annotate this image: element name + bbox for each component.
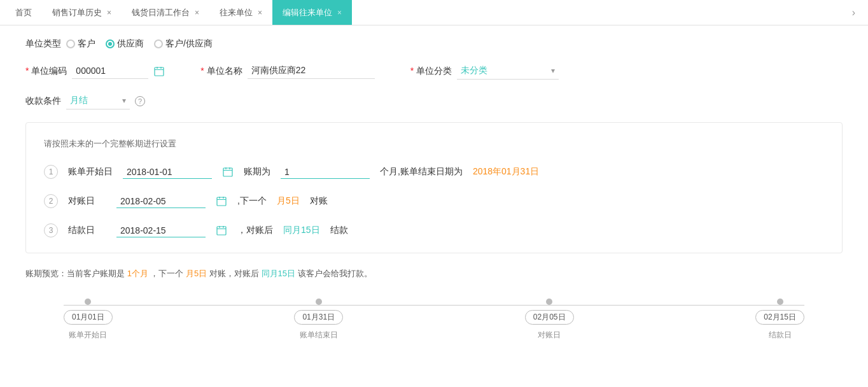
step-row-2: 2 对账日 ,下一个 月5日 对账 xyxy=(44,194,824,208)
unit-name-label: 单位名称 xyxy=(200,66,242,77)
timeline-badge-1: 01月01日 xyxy=(64,310,113,325)
svg-rect-8 xyxy=(217,197,226,206)
step-date-1[interactable] xyxy=(123,165,212,179)
svg-rect-4 xyxy=(223,168,232,176)
step-date-2[interactable] xyxy=(116,195,206,208)
unit-category-group: 单位分类 未分类 ▾ xyxy=(410,62,559,80)
step-row-1: 1 账单开始日 账期为 个月,账单结束日期为 2018年01月31日 xyxy=(44,165,824,179)
payment-terms-label: 收款条件 xyxy=(25,95,61,107)
timeline-point-4: 02月15日 结款日 xyxy=(755,299,804,341)
svg-rect-0 xyxy=(155,67,164,76)
unit-code-icon[interactable] xyxy=(153,66,165,77)
step-end-date-1: 2018年01月31日 xyxy=(473,166,539,178)
svg-rect-12 xyxy=(217,227,226,235)
unit-name-group: 单位名称 xyxy=(200,63,374,79)
close-edit-partner[interactable]: × xyxy=(337,9,342,17)
step-suffix-3: 结款 xyxy=(330,225,348,236)
timeline-line xyxy=(64,305,804,306)
step-num-1: 1 xyxy=(44,165,58,179)
tab-home[interactable]: 首页 xyxy=(5,0,42,25)
radio-supplier[interactable]: 供应商 xyxy=(106,38,144,50)
unit-code-group: 单位编码 xyxy=(25,63,165,79)
step-cal-icon-2[interactable] xyxy=(216,195,227,207)
step-date-3[interactable] xyxy=(116,224,206,237)
timeline-label-3: 对账日 xyxy=(538,330,561,341)
timeline-point-3: 02月05日 对账日 xyxy=(525,299,574,341)
tab-more-button[interactable]: › xyxy=(844,7,863,18)
unit-category-value: 未分类 xyxy=(461,65,549,76)
timeline-dot-3 xyxy=(546,299,552,305)
timeline-badge-4: 02月15日 xyxy=(755,310,804,325)
step-num-3: 3 xyxy=(44,223,58,237)
close-cash-work[interactable]: × xyxy=(195,9,199,17)
unit-category-arrow: ▾ xyxy=(551,66,555,75)
preview-highlight-3: 同月15日 xyxy=(262,269,295,278)
timeline-label-1: 账单开始日 xyxy=(69,330,107,341)
main-content: 单位类型 客户 供应商 客户/供应商 单位编码 xyxy=(0,25,868,387)
preview-highlight-1: 1个月 xyxy=(127,269,148,278)
preview-text: 账期预览：当前客户账期是 1个月 ，下一个 月5日 对账，对账后 同月15日 该… xyxy=(25,266,843,281)
unit-category-label: 单位分类 xyxy=(410,66,452,77)
radio-customer[interactable]: 客户 xyxy=(66,38,95,50)
timeline-badge-2: 01月31日 xyxy=(294,310,343,325)
payment-terms-arrow: ▾ xyxy=(122,96,126,105)
tab-edit-partner[interactable]: 编辑往来单位 × xyxy=(272,0,352,25)
close-partner[interactable]: × xyxy=(258,9,262,17)
step-suffix-1: 个月,账单结束日期为 xyxy=(380,166,463,178)
payment-terms-select[interactable]: 月结 ▾ xyxy=(66,92,130,109)
payment-terms-value: 月结 xyxy=(70,95,120,106)
radio-circle-customer xyxy=(66,39,75,48)
radio-customer-supplier[interactable]: 客户/供应商 xyxy=(154,38,213,50)
step-middle-1: 账期为 xyxy=(244,166,270,178)
step-label-3: 结款日 xyxy=(68,225,106,236)
timeline-label-2: 账单结束日 xyxy=(300,330,338,341)
payment-terms-row: 收款条件 月结 ▾ ? xyxy=(25,92,843,109)
timeline-dot-4 xyxy=(777,299,783,305)
timeline-dot-1 xyxy=(85,299,91,305)
step-period-input[interactable] xyxy=(281,165,370,179)
timeline-dot-2 xyxy=(316,299,322,305)
timeline-label-4: 结款日 xyxy=(769,330,792,341)
payment-terms-group: 收款条件 月结 ▾ ? xyxy=(25,92,145,109)
timeline-container: 01月01日 账单开始日 01月31日 账单结束日 02月05日 对账日 02月… xyxy=(25,299,843,366)
radio-group: 客户 供应商 客户/供应商 xyxy=(66,38,213,50)
close-sales-history[interactable]: × xyxy=(107,9,111,17)
step-suffix-prefix-3: ，对账后 xyxy=(237,225,273,236)
settings-card: 请按照未来的一个完整帐期进行设置 1 账单开始日 账期为 个月,账单结束日期为 … xyxy=(25,122,843,253)
step-label-1: 账单开始日 xyxy=(68,166,113,178)
unit-name-input[interactable] xyxy=(248,63,375,79)
timeline-badge-3: 02月05日 xyxy=(525,310,574,325)
tab-sales-history[interactable]: 销售订单历史 × xyxy=(42,0,122,25)
help-icon[interactable]: ? xyxy=(135,96,145,106)
radio-circle-supplier xyxy=(106,39,115,48)
unit-type-row: 单位类型 客户 供应商 客户/供应商 xyxy=(25,38,843,50)
unit-info-row: 单位编码 单位名称 单位分类 未分类 ▾ xyxy=(25,62,843,80)
tab-cash-work[interactable]: 钱货日清工作台 × xyxy=(122,0,209,25)
step-suffix-prefix-2: ,下一个 xyxy=(237,195,267,207)
card-instruction: 请按照未来的一个完整帐期进行设置 xyxy=(44,138,824,150)
unit-category-select[interactable]: 未分类 ▾ xyxy=(457,62,559,80)
step-cal-icon-1[interactable] xyxy=(222,166,234,178)
unit-type-group: 单位类型 客户 供应商 客户/供应商 xyxy=(25,38,213,50)
tab-partner[interactable]: 往来单位 × xyxy=(209,0,272,25)
unit-code-input[interactable] xyxy=(72,63,148,79)
step-highlight-3: 同月15日 xyxy=(283,225,320,236)
timeline-point-1: 01月01日 账单开始日 xyxy=(64,299,113,341)
step-num-2: 2 xyxy=(44,194,58,208)
tab-bar: 首页 销售订单历史 × 钱货日清工作台 × 往来单位 × 编辑往来单位 × › xyxy=(0,0,868,25)
radio-circle-customer-supplier xyxy=(154,39,163,48)
unit-type-label: 单位类型 xyxy=(25,38,61,50)
step-row-3: 3 结款日 ，对账后 同月15日 结款 xyxy=(44,223,824,237)
timeline-point-2: 01月31日 账单结束日 xyxy=(294,299,343,341)
step-suffix-2: 对账 xyxy=(310,195,328,207)
step-highlight-2: 月5日 xyxy=(277,195,300,207)
preview-highlight-2: 月5日 xyxy=(186,269,207,278)
step-label-2: 对账日 xyxy=(68,195,106,207)
step-cal-icon-3[interactable] xyxy=(216,225,227,236)
unit-code-label: 单位编码 xyxy=(25,66,67,77)
